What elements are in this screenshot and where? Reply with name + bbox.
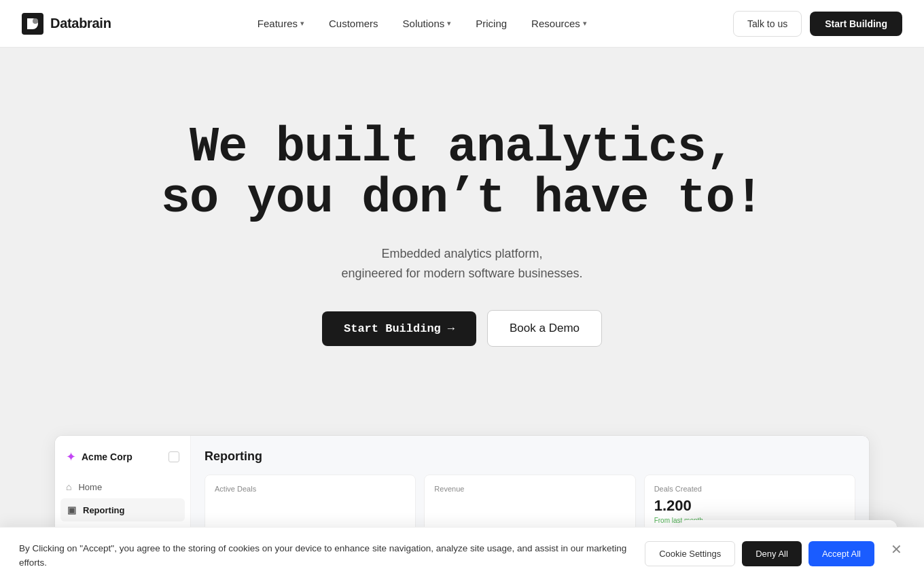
nav-link-features[interactable]: Features ▾: [248, 12, 314, 35]
sidebar-logo-icon: ✦: [66, 449, 76, 464]
stat-value: 1.200: [654, 497, 845, 515]
cookie-text: By Clicking on "Accept", you agree to th…: [19, 541, 631, 570]
navbar: Databrain Features ▾ Customers Solutions…: [0, 0, 924, 48]
arrow-right-icon: →: [448, 322, 455, 335]
stat-label: Revenue: [434, 485, 625, 493]
nav-actions: Talk to us Start Building: [733, 11, 902, 37]
sidebar-logo: ✦ Acme Corp: [66, 449, 132, 464]
sidebar-header: ✦ Acme Corp: [55, 449, 190, 475]
chevron-down-icon: ▾: [583, 19, 587, 28]
home-icon: ⌂: [66, 481, 71, 492]
book-demo-button[interactable]: Book a Demo: [487, 310, 602, 347]
nav-link-customers[interactable]: Customers: [319, 12, 388, 35]
sidebar-company-name: Acme Corp: [82, 451, 132, 462]
nav-links: Features ▾ Customers Solutions ▾ Pricing…: [248, 12, 597, 35]
accept-all-button[interactable]: Accept All: [808, 541, 874, 566]
databrain-logo-icon: [22, 13, 43, 35]
talk-to-us-button[interactable]: Talk to us: [733, 11, 802, 37]
reporting-icon: ▣: [67, 504, 76, 515]
chevron-down-icon: ▾: [447, 19, 451, 28]
hero-subtext: Embedded analytics platform, engineered …: [341, 244, 582, 284]
sidebar-item-home[interactable]: ⌂ Home: [55, 475, 190, 498]
hero-section: We built analytics, so you don’t have to…: [0, 0, 924, 422]
nav-link-solutions[interactable]: Solutions ▾: [393, 12, 461, 35]
cookie-close-button[interactable]: ✕: [888, 541, 905, 557]
deny-all-button[interactable]: Deny All: [742, 541, 802, 566]
stat-card-active-deals: Active Deals: [205, 475, 416, 534]
stat-value: [434, 497, 625, 515]
sidebar-item-reporting[interactable]: ▣ Reporting: [60, 498, 185, 521]
cookie-actions: Cookie Settings Deny All Accept All: [645, 541, 874, 566]
svg-point-1: [33, 18, 38, 24]
nav-link-resources[interactable]: Resources ▾: [522, 12, 597, 35]
app-main-title: Reporting: [205, 449, 855, 464]
stat-label: Deals Created: [654, 485, 845, 493]
stat-value: [215, 497, 406, 515]
hero-heading: We built analytics, so you don’t have to…: [161, 122, 763, 225]
start-building-hero-button[interactable]: Start Building →: [322, 311, 476, 346]
nav-link-pricing[interactable]: Pricing: [466, 12, 516, 35]
cookie-settings-button[interactable]: Cookie Settings: [645, 541, 735, 566]
stat-card-revenue: Revenue: [424, 475, 635, 534]
logo[interactable]: Databrain: [22, 13, 111, 35]
hero-buttons: Start Building → Book a Demo: [322, 310, 602, 347]
chevron-down-icon: ▾: [300, 19, 304, 28]
cookie-banner: By Clicking on "Accept", you agree to th…: [0, 527, 924, 584]
logo-text: Databrain: [50, 16, 111, 31]
start-building-nav-button[interactable]: Start Building: [810, 12, 902, 36]
sidebar-menu-icon: [168, 451, 179, 462]
stat-label: Active Deals: [215, 485, 406, 493]
